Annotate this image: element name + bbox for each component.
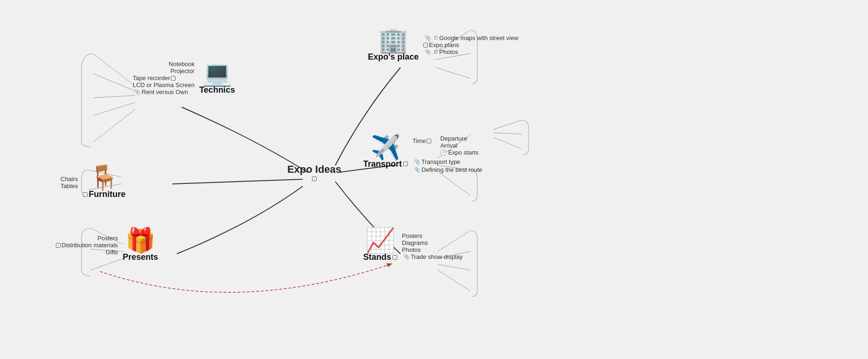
collapse-transport[interactable]: − xyxy=(403,162,408,166)
collapse-furniture[interactable]: − xyxy=(83,192,88,197)
center-node[interactable]: Expo Ideas − xyxy=(277,158,352,186)
leaf-chairs[interactable]: Chairs xyxy=(61,176,78,183)
presents-node[interactable]: Posters − Distribution materials Gifts 🎁… xyxy=(56,228,158,262)
collapse-dist[interactable]: − xyxy=(56,243,61,248)
leaf-transport-type[interactable]: Transport type xyxy=(421,158,460,165)
leaf-trade-show[interactable]: Trade show display xyxy=(411,253,463,260)
leaf-posters-p[interactable]: Posters xyxy=(56,235,118,242)
leaf-tables[interactable]: Tables xyxy=(61,183,78,190)
collapse-center[interactable]: − xyxy=(312,176,317,181)
svg-line-3 xyxy=(93,102,135,115)
svg-line-21 xyxy=(438,264,470,270)
leaf-time[interactable]: Time xyxy=(413,137,426,144)
stands-node[interactable]: 📈 Stands − Posters Diagrams Photos 📎 Tra… xyxy=(363,228,463,262)
expos-place-label[interactable]: Expo's place xyxy=(368,52,419,62)
svg-line-4 xyxy=(93,109,135,142)
svg-line-15 xyxy=(494,133,522,134)
svg-line-1 xyxy=(93,74,135,91)
leaf-tape-recorder[interactable]: Tape recorder xyxy=(133,75,170,81)
attach-transport-type: 📎 xyxy=(414,159,420,165)
leaf-departure[interactable]: Departure xyxy=(440,135,478,142)
leaf-expo-starts[interactable]: Expo starts xyxy=(448,149,478,156)
attach-rent: 📎 xyxy=(134,89,141,95)
furniture-icon: 🪑 xyxy=(89,165,119,190)
attach-photos-ep: 📎 xyxy=(425,49,431,55)
leaf-best-route[interactable]: Defining the best route xyxy=(421,166,482,173)
leaf-expo-plans[interactable]: Expo plans xyxy=(429,41,459,48)
center-label: Expo Ideas xyxy=(287,163,341,176)
attach-gmaps2: 🗒 xyxy=(434,35,438,41)
collapse-stands[interactable]: − xyxy=(393,255,397,260)
attach-best-route: 📎 xyxy=(414,167,420,173)
leaf-lcd[interactable]: LCD or Plasma Screen xyxy=(133,81,195,88)
stands-label[interactable]: Stands xyxy=(363,252,391,262)
leaf-rent[interactable]: Rent versus Own xyxy=(142,88,188,95)
attach-gmaps: 📎 xyxy=(425,35,431,41)
svg-line-14 xyxy=(494,120,522,129)
svg-line-12 xyxy=(435,68,470,78)
stands-icon: 📈 xyxy=(365,228,395,252)
svg-line-16 xyxy=(494,137,522,149)
leaf-projector[interactable]: Projector xyxy=(133,68,195,75)
furniture-node[interactable]: Chairs Tables 🪑 − Furniture xyxy=(61,165,126,199)
svg-line-18 xyxy=(438,171,470,196)
leaf-dist-materials[interactable]: Distribution materials xyxy=(61,242,118,249)
transport-label[interactable]: Transport xyxy=(363,159,402,169)
leaf-gifts[interactable]: Gifts xyxy=(56,249,118,256)
leaf-posters-s[interactable]: Posters xyxy=(402,232,463,239)
attach-trade: 📎 xyxy=(403,254,410,260)
leaf-gmaps[interactable]: Google maps with street view xyxy=(439,34,518,41)
leaf-arrival[interactable]: Arrival xyxy=(440,142,478,149)
leaf-notebook[interactable]: Notebook xyxy=(133,61,195,68)
technics-label[interactable]: Technics xyxy=(199,85,235,95)
leaf-diagrams[interactable]: Diagrams xyxy=(402,239,463,246)
transport-icon: ✈️ xyxy=(371,135,401,159)
svg-line-0 xyxy=(93,54,135,86)
leaf-photos-s[interactable]: Photos xyxy=(402,246,463,253)
svg-line-22 xyxy=(438,270,470,291)
attach-photos-ep2: 🗒 xyxy=(434,49,438,54)
technics-icon: 💻 xyxy=(202,61,232,85)
expos-place-node[interactable]: 🏢 Expo's place 📎 🗒 Google maps with stre… xyxy=(368,28,518,62)
svg-line-2 xyxy=(93,95,135,98)
clock-icon: 🕐 xyxy=(440,149,447,156)
leaf-photos-ep[interactable]: Photos xyxy=(439,48,458,55)
collapse-tape[interactable]: − xyxy=(171,76,176,81)
mind-map-canvas: Expo Ideas − Notebook Projector Tape rec… xyxy=(0,0,868,359)
presents-label[interactable]: Presents xyxy=(122,252,158,262)
collapse-expo-plans[interactable]: − xyxy=(423,43,428,47)
transport-node[interactable]: ✈️ Transport − Time − Departure Arrival … xyxy=(363,130,482,173)
furniture-label[interactable]: Furniture xyxy=(89,190,126,199)
expos-place-icon: 🏢 xyxy=(378,28,408,52)
technics-node[interactable]: Notebook Projector Tape recorder − LCD o… xyxy=(133,61,235,95)
presents-icon: 🎁 xyxy=(125,228,156,252)
collapse-time[interactable]: − xyxy=(427,139,431,143)
